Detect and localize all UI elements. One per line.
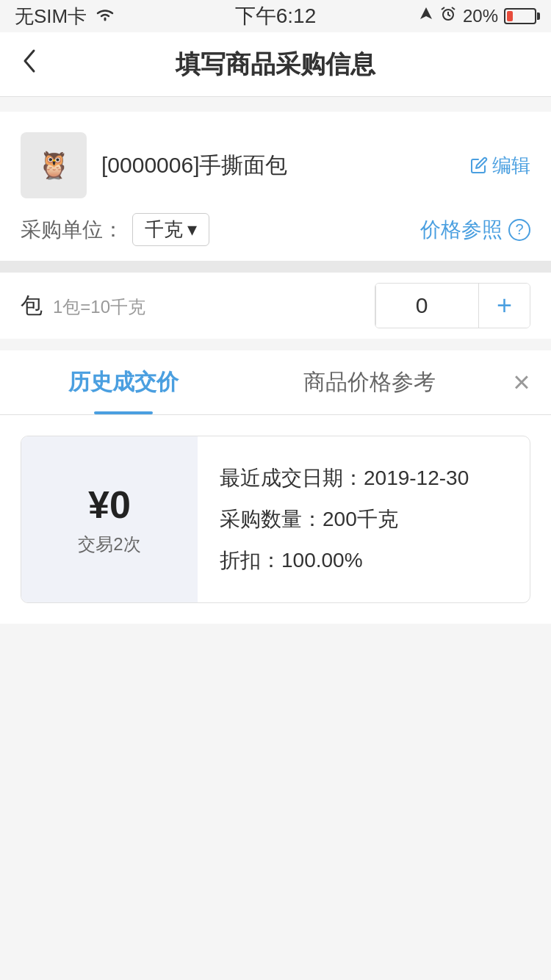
- history-price-summary: ¥0 交易2次: [21, 436, 198, 602]
- trade-count: 交易2次: [78, 533, 140, 556]
- back-button[interactable]: [21, 46, 38, 82]
- battery-pct: 20%: [463, 6, 498, 26]
- purchase-quantity: 采购数量：200千克: [220, 504, 508, 535]
- product-top: 🦉 [0000006]手撕面包 编辑: [21, 132, 530, 198]
- plus-icon: +: [497, 290, 512, 321]
- product-unit: 采购单位： 千克 ▾: [21, 213, 209, 246]
- date-label: 最近成交日期：: [220, 466, 364, 489]
- edit-button[interactable]: 编辑: [470, 153, 530, 179]
- dropdown-arrow-icon: ▾: [187, 218, 197, 241]
- unit-label-text: 采购单位：: [21, 216, 123, 244]
- quantity-unit: 包: [21, 291, 43, 321]
- quantity-conversion: 1包=10千克: [53, 295, 145, 319]
- alarm-icon: [439, 5, 457, 27]
- quantity-input[interactable]: [375, 284, 478, 328]
- tab-price-ref-label: 商品价格参考: [303, 367, 436, 397]
- date-value: 2019-12-30: [364, 466, 469, 489]
- history-card: ¥0 交易2次 最近成交日期：2019-12-30 采购数量：200千克 折扣：…: [21, 436, 530, 603]
- status-time: 下午6:12: [235, 2, 317, 30]
- tab-active-underline: [94, 411, 153, 414]
- history-price-value: ¥0: [88, 483, 131, 527]
- price-number: 0: [109, 483, 131, 526]
- history-details: 最近成交日期：2019-12-30 采购数量：200千克 折扣：100.00%: [198, 436, 530, 602]
- price-reference-button[interactable]: 价格参照 ?: [420, 216, 530, 244]
- quantity-input-group: +: [375, 283, 530, 328]
- product-thumbnail: 🦉: [21, 132, 87, 198]
- price-ref-help-icon: ?: [508, 219, 530, 241]
- carrier-text: 无SIM卡: [15, 4, 87, 29]
- page-title: 填写商品采购信息: [176, 48, 375, 82]
- tab-area: 历史成交价 商品价格参考 × ¥0 交易2次: [0, 350, 551, 624]
- quantity-row: 包 1包=10千克 +: [0, 273, 551, 339]
- qty-label: 采购数量：: [220, 508, 323, 530]
- wifi-icon: [94, 5, 116, 28]
- edit-label: 编辑: [492, 153, 530, 179]
- qty-value: 200千克: [323, 508, 398, 530]
- tab-history-label: 历史成交价: [68, 367, 179, 397]
- tab-content: ¥0 交易2次 最近成交日期：2019-12-30 采购数量：200千克 折扣：…: [0, 415, 551, 624]
- location-icon: [419, 6, 433, 26]
- status-right: 20%: [419, 5, 536, 27]
- main-content: 🦉 [0000006]手撕面包 编辑 采购单位： 千克 ▾: [0, 112, 551, 980]
- quantity-label: 包 1包=10千克: [21, 291, 145, 321]
- section-divider: [0, 261, 551, 273]
- product-name: [0000006]手撕面包: [101, 151, 287, 181]
- product-left: 🦉 [0000006]手撕面包: [21, 132, 287, 198]
- currency-symbol: ¥: [88, 483, 109, 526]
- tab-history-price[interactable]: 历史成交价: [0, 350, 246, 414]
- unit-dropdown[interactable]: 千克 ▾: [132, 213, 209, 246]
- status-bar: 无SIM卡 下午6:12 20%: [0, 0, 551, 32]
- navbar: 填写商品采购信息: [0, 32, 551, 97]
- tab-price-reference[interactable]: 商品价格参考: [246, 350, 492, 414]
- discount-info: 折扣：100.00%: [220, 545, 508, 576]
- discount-label: 折扣：: [220, 549, 281, 572]
- product-card: 🦉 [0000006]手撕面包 编辑 采购单位： 千克 ▾: [0, 112, 551, 261]
- status-left: 无SIM卡: [15, 4, 116, 29]
- discount-value: 100.00%: [281, 549, 363, 572]
- thumbnail-icon: 🦉: [37, 150, 71, 181]
- close-icon: ×: [513, 366, 530, 399]
- quantity-plus-button[interactable]: +: [478, 284, 530, 328]
- tab-header: 历史成交价 商品价格参考 ×: [0, 350, 551, 415]
- battery-icon: [504, 8, 536, 24]
- price-ref-label: 价格参照: [420, 216, 503, 244]
- tab-close-button[interactable]: ×: [492, 350, 551, 415]
- transaction-date: 最近成交日期：2019-12-30: [220, 463, 508, 494]
- product-bottom: 采购单位： 千克 ▾ 价格参照 ?: [21, 213, 530, 246]
- unit-value: 千克: [145, 217, 183, 242]
